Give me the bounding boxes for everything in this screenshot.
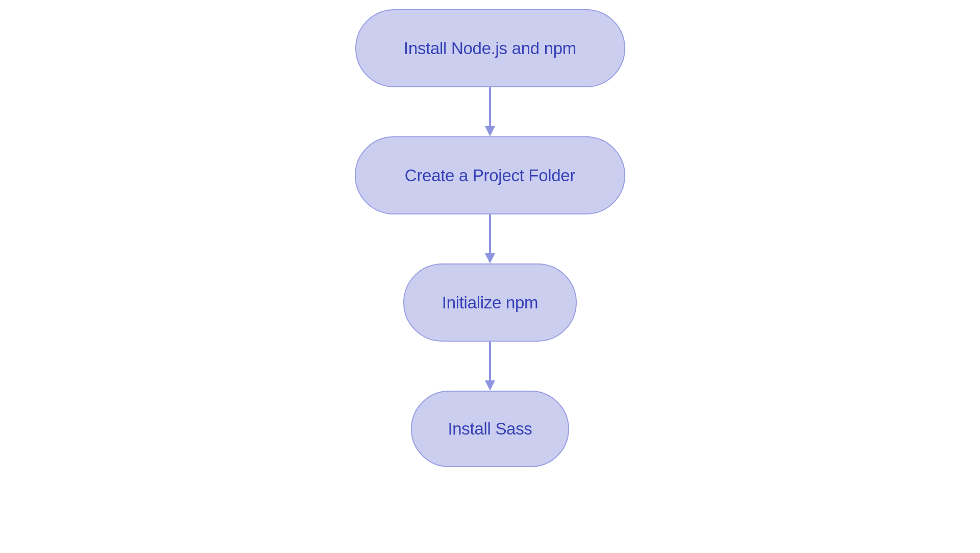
flowchart-arrow <box>482 342 498 391</box>
svg-marker-5 <box>485 380 495 391</box>
flowchart-node-install-sass: Install Sass <box>411 391 569 467</box>
arrow-down-icon <box>482 342 498 391</box>
arrow-down-icon <box>482 87 498 136</box>
flowchart-node-initialize-npm: Initialize npm <box>403 263 577 342</box>
node-label: Initialize npm <box>442 293 538 312</box>
node-label: Create a Project Folder <box>405 166 575 185</box>
flowchart: Install Node.js and npm Create a Project… <box>355 9 625 467</box>
flowchart-node-install-nodejs: Install Node.js and npm <box>355 9 625 87</box>
node-label: Install Node.js and npm <box>404 39 576 58</box>
svg-marker-3 <box>485 253 495 263</box>
flowchart-arrow <box>482 87 498 136</box>
node-label: Install Sass <box>448 419 532 439</box>
svg-marker-1 <box>485 126 495 136</box>
flowchart-arrow <box>482 214 498 263</box>
flowchart-node-create-folder: Create a Project Folder <box>355 136 625 214</box>
arrow-down-icon <box>482 214 498 263</box>
